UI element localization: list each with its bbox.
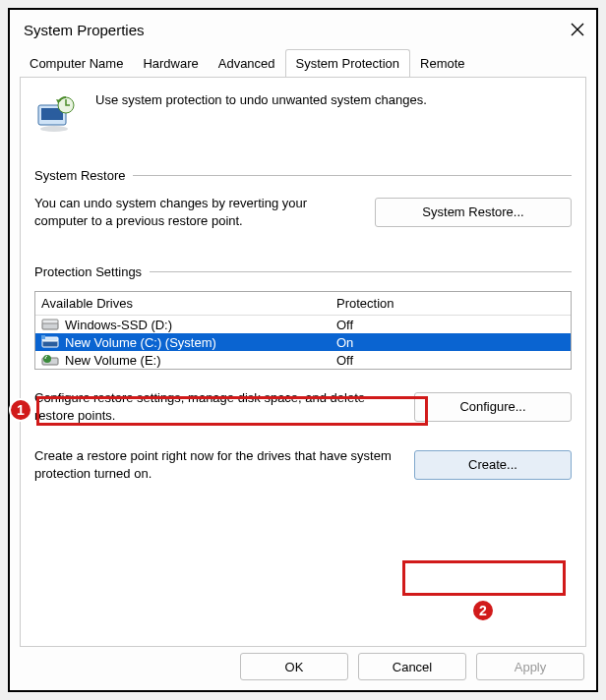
ok-button[interactable]: OK [240,653,348,680]
system-protection-icon [34,91,78,135]
create-desc: Create a restore point right now for the… [34,447,398,482]
drive-icon [41,317,61,332]
drives-table: Available Drives Protection Windows-SSD … [34,291,572,370]
divider [150,271,572,272]
apply-button[interactable]: Apply [476,653,584,680]
tab-computer-name[interactable]: Computer Name [20,50,133,77]
svg-point-2 [40,126,68,132]
system-restore-button[interactable]: System Restore... [375,198,572,227]
svg-rect-6 [42,320,58,323]
tab-advanced[interactable]: Advanced [209,50,285,77]
drive-icon [41,334,61,350]
drive-protection: On [336,335,565,350]
annotation-badge-1: 1 [9,398,32,422]
close-icon[interactable] [571,23,584,36]
col-available-drives: Available Drives [41,296,336,311]
tab-strip: Computer Name Hardware Advanced System P… [10,49,596,77]
divider [133,175,572,176]
table-row[interactable]: New Volume (C:) (System) On [35,333,571,351]
intro-text: Use system protection to undo unwanted s… [95,91,572,109]
group-title-restore: System Restore [34,168,125,183]
table-row[interactable]: New Volume (E:) Off [35,351,571,369]
restore-desc: You can undo system changes by reverting… [34,195,359,229]
col-protection: Protection [336,296,565,311]
drive-name: New Volume (C:) (System) [65,335,336,350]
svg-rect-9 [41,335,45,339]
drive-green-icon [41,352,61,368]
configure-desc: Configure restore settings, manage disk … [34,389,398,424]
tab-remote[interactable]: Remote [410,50,475,77]
group-title-protection: Protection Settings [34,264,142,279]
cancel-button[interactable]: Cancel [358,653,466,680]
annotation-highlight-2 [402,560,566,596]
tab-panel: Use system protection to undo unwanted s… [20,77,586,647]
tab-hardware[interactable]: Hardware [133,50,208,77]
drive-name: New Volume (E:) [65,353,336,368]
titlebar: System Properties [10,10,596,49]
annotation-badge-2: 2 [471,599,495,622]
table-row[interactable]: Windows-SSD (D:) Off [35,316,571,333]
dialog-footer: OK Cancel Apply [240,653,584,680]
system-properties-window: System Properties Computer Name Hardware… [8,8,598,692]
drive-protection: Off [336,318,565,332]
drive-protection: Off [336,353,565,368]
tab-system-protection[interactable]: System Protection [285,49,411,78]
window-title: System Properties [24,22,145,38]
create-button[interactable]: Create... [414,450,572,480]
table-header: Available Drives Protection [35,292,571,316]
drive-name: Windows-SSD (D:) [65,318,336,332]
configure-button[interactable]: Configure... [414,392,572,422]
